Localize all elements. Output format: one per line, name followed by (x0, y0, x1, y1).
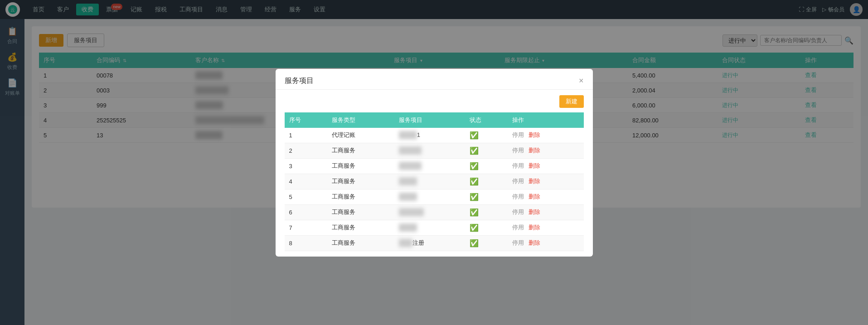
dcell-status: ✅ (465, 128, 508, 143)
dcell-type: 工商服务 (327, 174, 394, 189)
dcell-seq: 6 (285, 204, 327, 220)
dcell-seq: 8 (285, 235, 327, 251)
delete-button[interactable]: 删除 (529, 131, 540, 138)
dcell-action: 停用 删除 (508, 174, 584, 189)
status-check-icon: ✅ (470, 209, 479, 216)
dcell-type: 工商服务 (327, 204, 394, 220)
dcell-action: 停用 删除 (508, 158, 584, 174)
dcol-item: 服务项目 (394, 112, 465, 128)
stop-button[interactable]: 停用 (512, 147, 524, 154)
delete-button[interactable]: 删除 (529, 178, 540, 184)
delete-button[interactable]: 删除 (529, 147, 540, 154)
dcell-item: 服E (394, 189, 465, 204)
dcell-action: 停用 删除 (508, 204, 584, 220)
dcell-item: 服D (394, 174, 465, 189)
status-check-icon: ✅ (470, 162, 479, 170)
list-item: 5 工商服务 服E ✅ 停用 删除 (285, 189, 584, 204)
list-item: 2 工商服务 项目名 ✅ 停用 删除 (285, 143, 584, 158)
stop-button[interactable]: 停用 (512, 193, 524, 200)
delete-button[interactable]: 删除 (529, 193, 540, 200)
dcell-type: 代理记账 (327, 128, 394, 143)
dcell-item: 服G (394, 220, 465, 235)
dcell-action: 停用 删除 (508, 220, 584, 235)
dcell-seq: 1 (285, 128, 327, 143)
list-item: 3 工商服务 服务名C ✅ 停用 删除 (285, 158, 584, 174)
service-dialog: 服务项目 × 新建 序号 服务类型 服务项目 状态 操作 (276, 69, 593, 257)
status-check-icon: ✅ (470, 178, 479, 185)
dcell-status: ✅ (465, 235, 508, 251)
dcell-item: 服务F名 (394, 204, 465, 220)
status-check-icon: ✅ (470, 131, 479, 139)
list-item: 7 工商服务 服G ✅ 停用 删除 (285, 220, 584, 235)
dcell-status: ✅ (465, 174, 508, 189)
status-check-icon: ✅ (470, 224, 479, 232)
status-check-icon: ✅ (470, 239, 479, 247)
stop-button[interactable]: 停用 (512, 131, 524, 138)
dcell-status: ✅ (465, 189, 508, 204)
dcell-seq: 5 (285, 189, 327, 204)
dialog-toolbar: 新建 (285, 95, 584, 108)
dcell-type: 工商服务 (327, 189, 394, 204)
dcell-type: 工商服务 (327, 158, 394, 174)
dcell-item: 服H注册 (394, 235, 465, 251)
stop-button[interactable]: 停用 (512, 209, 524, 215)
dcell-seq: 7 (285, 220, 327, 235)
service-table: 序号 服务类型 服务项目 状态 操作 1 代理记账 项目1 ✅ 停用 (285, 112, 584, 251)
status-check-icon: ✅ (470, 193, 479, 201)
dcell-seq: 3 (285, 158, 327, 174)
dcol-seq: 序号 (285, 112, 327, 128)
list-item: 1 代理记账 项目1 ✅ 停用 删除 (285, 128, 584, 143)
dcell-action: 停用 删除 (508, 235, 584, 251)
delete-button[interactable]: 删除 (529, 239, 540, 246)
dialog-new-button[interactable]: 新建 (559, 95, 584, 108)
dcell-type: 工商服务 (327, 143, 394, 158)
stop-button[interactable]: 停用 (512, 162, 524, 169)
dcol-type: 服务类型 (327, 112, 394, 128)
dialog-header: 服务项目 × (276, 69, 593, 90)
stop-button[interactable]: 停用 (512, 239, 524, 246)
list-item: 4 工商服务 服D ✅ 停用 删除 (285, 174, 584, 189)
stop-button[interactable]: 停用 (512, 224, 524, 231)
dcell-item: 项目1 (394, 128, 465, 143)
dialog-close-button[interactable]: × (579, 76, 584, 86)
dialog-body: 新建 序号 服务类型 服务项目 状态 操作 1 代理记账 项 (276, 90, 593, 257)
dcell-item: 项目名 (394, 143, 465, 158)
dcell-seq: 2 (285, 143, 327, 158)
dcell-seq: 4 (285, 174, 327, 189)
list-item: 6 工商服务 服务F名 ✅ 停用 删除 (285, 204, 584, 220)
modal-overlay: 服务项目 × 新建 序号 服务类型 服务项目 状态 操作 (0, 0, 868, 325)
dialog-title: 服务项目 (285, 76, 314, 86)
dcell-action: 停用 删除 (508, 143, 584, 158)
stop-button[interactable]: 停用 (512, 178, 524, 184)
dcell-action: 停用 删除 (508, 189, 584, 204)
list-item: 8 工商服务 服H注册 ✅ 停用 删除 (285, 235, 584, 251)
dcell-type: 工商服务 (327, 235, 394, 251)
delete-button[interactable]: 删除 (529, 162, 540, 169)
delete-button[interactable]: 删除 (529, 224, 540, 231)
dcell-item: 服务名C (394, 158, 465, 174)
dcell-status: ✅ (465, 158, 508, 174)
dcol-action: 操作 (508, 112, 584, 128)
dcell-status: ✅ (465, 204, 508, 220)
dcell-action: 停用 删除 (508, 128, 584, 143)
dcell-type: 工商服务 (327, 220, 394, 235)
delete-button[interactable]: 删除 (529, 209, 540, 215)
dcell-status: ✅ (465, 143, 508, 158)
dcell-status: ✅ (465, 220, 508, 235)
dcol-status: 状态 (465, 112, 508, 128)
status-check-icon: ✅ (470, 147, 479, 155)
